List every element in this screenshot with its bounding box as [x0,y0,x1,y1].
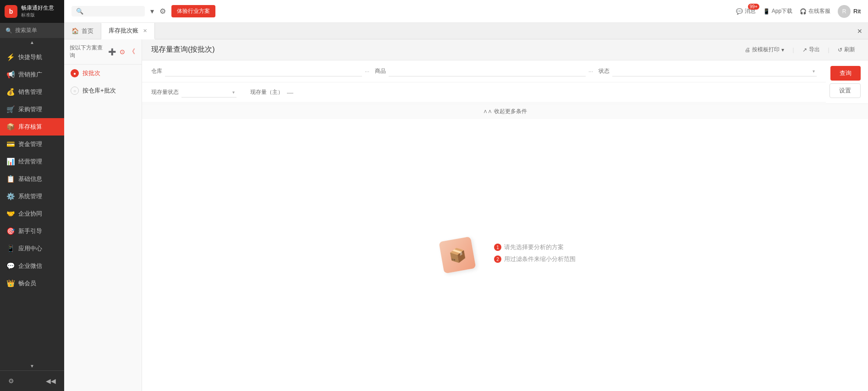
tip-text-2: 用过滤条件来缩小分析范围 [504,255,576,263]
divider-1: | [792,46,794,53]
scheme-by-batch-label: 按批次 [82,69,100,77]
filter-panel: 按以下方案查询 ➕ ⊙ 《 ● 按批次 ○ 按仓库+批次 [64,39,142,391]
sidebar-label-inventory: 库存核算 [18,123,42,131]
page-title: 现存量查询(按批次) [151,45,215,54]
print-template-button[interactable]: 🖨 按模板打印 ▾ [741,44,788,55]
main-content: 🔍 ▾ ⚙ 体验行业方案 💬 消息 99+ 📱 App下载 🎧 在线客服 R [64,0,868,391]
app-name: 畅康通好生意 [21,5,54,12]
scheme-active-icon: ● [71,69,79,77]
filter-panel-title: 按以下方案查询 [70,44,107,60]
app-logo: b [5,5,17,18]
sidebar-item-purchase[interactable]: 🛒 采购管理 [0,101,64,118]
purchase-icon: 🛒 [6,105,15,114]
sidebar-search[interactable]: 🔍 搜索菜单 [0,23,64,38]
filter-row-1: 仓库 ··· 商品 ··· 状态 [142,60,826,82]
product-label: 商品 [375,67,386,75]
collapse-filter-panel-button[interactable]: 《 [128,47,136,57]
status-filter-field: 状态 [599,66,817,76]
sidebar-label-new-guide: 新手引导 [18,227,42,235]
sidebar-item-new-guide[interactable]: 🎯 新手引导 [0,223,64,240]
warehouse-more-dots[interactable]: ··· [365,68,369,75]
status-select[interactable] [612,66,817,76]
phone-icon: 📱 [763,8,770,15]
sidebar-header: b 畅康通好生意 标准版 [0,0,64,23]
sidebar-item-enterprise-collab[interactable]: 🤝 企业协同 [0,205,64,223]
settings-button[interactable]: 设置 [830,83,861,98]
sidebar-item-enterprise-wechat[interactable]: 💬 企业微信 [0,257,64,275]
collapse-more-button[interactable]: ∧∧ 收起更多条件 [142,103,868,119]
avatar: R [838,5,851,18]
topbar-gear-icon[interactable]: ⚙ [159,7,166,16]
scheme-inactive-icon: ○ [71,87,79,95]
tab-home-label: 首页 [82,27,93,35]
quick-nav-icon: ⚡ [6,53,15,61]
empty-tips: 1 请先选择要分析的方案 2 用过滤条件来缩小分析范围 [494,243,576,267]
sidebar-item-finance[interactable]: 💳 资金管理 [0,136,64,153]
scheme-settings-button[interactable]: ⊙ [119,47,126,57]
scheme-item-by-warehouse-batch[interactable]: ○ 按仓库+批次 [64,82,142,99]
topbar-right: 💬 消息 99+ 📱 App下载 🎧 在线客服 R Rit [736,5,861,18]
user-name: Rit [853,8,861,15]
divider-2: | [828,46,830,53]
system-icon: ⚙️ [6,192,15,201]
inventory-status-select[interactable] [181,87,236,98]
warehouse-input[interactable] [165,66,362,76]
enterprise-wechat-icon: 💬 [6,262,15,270]
sidebar-scroll-down[interactable]: ▼ [0,362,64,370]
sidebar-item-sales[interactable]: 💰 销售管理 [0,83,64,101]
experience-button[interactable]: 体验行业方案 [171,5,215,17]
add-scheme-button[interactable]: ➕ [107,47,117,57]
sidebar-label-marketing: 营销推广 [18,71,42,79]
sidebar-scroll-up[interactable]: ▲ [0,38,64,47]
warehouse-label: 仓库 [151,67,162,75]
topbar-dropdown-icon[interactable]: ▾ [150,7,154,16]
topbar-search-input[interactable] [86,8,132,15]
sidebar-item-member[interactable]: 👑 畅会员 [0,275,64,292]
query-button[interactable]: 查询 [830,66,861,81]
page-header: 现存量查询(按批次) 🖨 按模板打印 ▾ | ↗ 导出 | ↺ [142,39,868,60]
sidebar-item-marketing[interactable]: 📢 营销推广 [0,66,64,83]
app-download-button[interactable]: 📱 App下载 [763,7,792,15]
warehouse-filter-field: 仓库 ··· [151,66,369,76]
tab-close-inventory-batch[interactable]: ✕ [143,28,147,34]
scheme-item-by-batch[interactable]: ● 按批次 [64,65,142,82]
tab-inventory-batch-label: 库存批次账 [109,27,138,35]
sidebar-item-basics[interactable]: 📋 基础信息 [0,170,64,188]
sidebar-label-operations: 经营管理 [18,157,42,166]
tab-home[interactable]: 🏠 首页 [64,23,101,39]
collapse-sidebar-button[interactable]: ◀◀ [44,375,58,386]
inventory-amount-label: 现存量（主） [250,88,283,96]
online-service-button[interactable]: 🎧 在线客服 [800,7,830,15]
print-dropdown-icon[interactable]: ▾ [781,47,784,53]
product-filter-field: 商品 ··· [375,66,593,76]
product-more-dots[interactable]: ··· [588,68,593,75]
amount-dash: — [287,89,293,96]
operations-icon: 📊 [6,157,15,166]
topbar: 🔍 ▾ ⚙ 体验行业方案 💬 消息 99+ 📱 App下载 🎧 在线客服 R [64,0,868,23]
tab-inventory-batch[interactable]: 库存批次账 ✕ [101,23,155,39]
close-tab-panel-button[interactable]: ✕ [852,24,868,38]
sidebar-item-operations[interactable]: 📊 经营管理 [0,153,64,170]
topbar-search-area[interactable]: 🔍 [71,6,145,16]
refresh-button[interactable]: ↺ 刷新 [834,44,859,55]
user-initials: R [842,8,846,15]
sidebar-item-quick-nav[interactable]: ⚡ 快捷导航 [0,49,64,66]
export-button[interactable]: ↗ 导出 [799,44,824,55]
sidebar: b 畅康通好生意 标准版 🔍 搜索菜单 ▲ ⚡ 快捷导航 📢 营销推广 💰 销售… [0,0,64,391]
sidebar-label-app-center: 应用中心 [18,244,42,253]
sidebar-item-inventory[interactable]: 📦 库存核算 [0,118,64,136]
user-menu[interactable]: R Rit [838,5,861,18]
sidebar-item-system[interactable]: ⚙️ 系统管理 [0,188,64,205]
tip-num-1: 1 [494,244,501,251]
product-input[interactable] [389,66,586,76]
sidebar-item-app-center[interactable]: 📱 应用中心 [0,240,64,257]
export-icon: ↗ [802,47,807,53]
sidebar-label-enterprise-wechat: 企业微信 [18,262,42,270]
search-icon: 🔍 [5,27,12,34]
marketing-icon: 📢 [6,71,15,79]
message-button[interactable]: 💬 消息 99+ [736,7,756,15]
print-label: 按模板打印 [752,46,780,54]
online-service-label: 在线客服 [808,7,830,15]
empty-state: 1 请先选择要分析的方案 2 用过滤条件来缩小分析范围 [142,119,868,391]
settings-footer-button[interactable]: ⚙ [6,375,16,386]
